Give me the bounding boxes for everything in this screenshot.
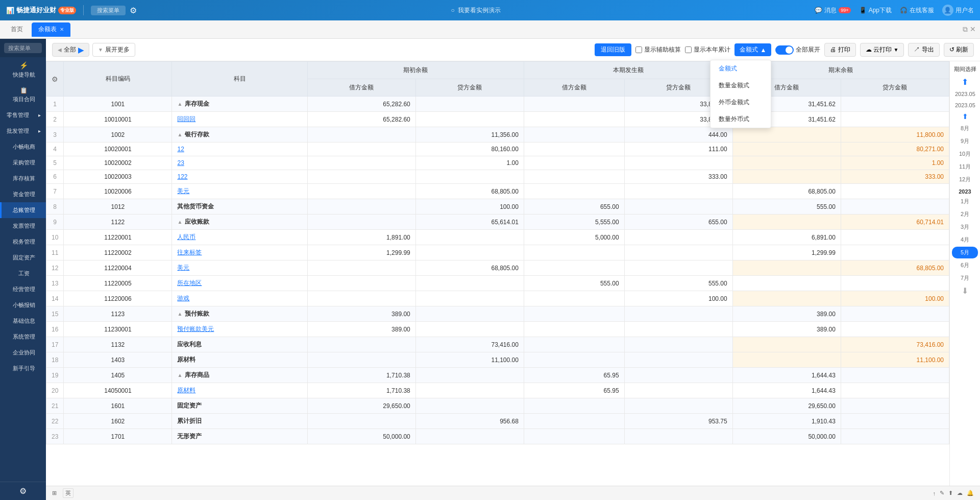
demo-label[interactable]: 我要看实例演示 bbox=[458, 6, 501, 15]
expand-all-switch[interactable] bbox=[775, 45, 794, 55]
mode-foreign-amount[interactable]: 外币金额式 bbox=[710, 94, 771, 111]
print-button[interactable]: 🖨 打印 bbox=[824, 43, 855, 57]
sidebar-item-capital[interactable]: 资金管理 bbox=[0, 186, 46, 202]
account-name-cell[interactable]: 原材料 bbox=[172, 383, 307, 398]
sidebar-item-cooperation[interactable]: 企业协同 bbox=[0, 345, 46, 361]
sidebar-item-invoice[interactable]: 发票管理 bbox=[0, 218, 46, 234]
status-lang[interactable]: 英 bbox=[63, 488, 74, 498]
subsidiary-checkbox[interactable] bbox=[635, 46, 642, 53]
period-8[interactable]: 8月 bbox=[952, 123, 978, 134]
period-5-current[interactable]: 5月 bbox=[952, 247, 978, 258]
account-link[interactable]: 原材料 bbox=[177, 387, 195, 394]
sidebar-item-purchase[interactable]: 采购管理 bbox=[0, 155, 46, 171]
account-link[interactable]: 美元 bbox=[177, 264, 189, 271]
period-2023-05-curr[interactable]: 2023.05 bbox=[952, 100, 978, 110]
user-item[interactable]: 👤 用户名 bbox=[942, 5, 974, 16]
period-2023-05-prev[interactable]: 2023.05 bbox=[952, 89, 978, 99]
sidebar-item-inventory[interactable]: 库存核算 bbox=[0, 171, 46, 186]
status-icon-arrow[interactable]: ↑ bbox=[933, 490, 936, 496]
account-name-cell[interactable]: 预付账款美元 bbox=[172, 322, 307, 337]
sidebar-item-ecommerce[interactable]: 小畅电商 bbox=[0, 139, 46, 155]
restore-icon[interactable]: ⧉ bbox=[963, 25, 968, 34]
period-12[interactable]: 12月 bbox=[952, 174, 978, 185]
sidebar-item-salary[interactable]: 工资 bbox=[0, 266, 46, 281]
status-icon-cloud[interactable]: ☁ bbox=[957, 490, 963, 496]
account-link[interactable]: 游戏 bbox=[177, 295, 189, 302]
period-1[interactable]: 1月 bbox=[952, 196, 978, 207]
refresh-button[interactable]: ↺ 刷新 bbox=[944, 43, 974, 57]
settings-icon-top[interactable]: ⚙ bbox=[130, 6, 137, 15]
notification-item[interactable]: 💬 消息 99+ bbox=[815, 6, 850, 15]
expand-row-icon[interactable]: ▲ bbox=[177, 311, 184, 317]
search-bar-placeholder[interactable]: 搜索菜单 bbox=[91, 6, 126, 15]
column-settings-icon[interactable]: ⚙ bbox=[52, 75, 58, 83]
tab-balance[interactable]: 余额表 ✕ bbox=[32, 22, 70, 37]
status-icon-notify[interactable]: 🔔 bbox=[967, 490, 974, 496]
mode-qty-amount[interactable]: 数量金额式 bbox=[710, 77, 771, 94]
mode-amount[interactable]: 金额式 bbox=[710, 60, 771, 77]
period-11[interactable]: 11月 bbox=[952, 161, 978, 173]
account-link[interactable]: 美元 bbox=[177, 187, 189, 195]
sidebar-item-system[interactable]: 系统管理 bbox=[0, 329, 46, 345]
expand-button[interactable]: ▼ 展开更多 bbox=[92, 43, 135, 57]
period-2[interactable]: 2月 bbox=[952, 208, 978, 220]
account-name-cell[interactable]: 23 bbox=[172, 156, 307, 170]
period-up2-arrow[interactable]: ⬆ bbox=[961, 111, 969, 122]
export-button[interactable]: ↗ 导出 bbox=[908, 43, 939, 57]
download-item[interactable]: 📱 App下载 bbox=[859, 6, 892, 15]
expand-row-icon[interactable]: ▲ bbox=[177, 132, 184, 137]
account-name-cell[interactable]: 回回回 bbox=[172, 112, 307, 127]
account-link[interactable]: 预付账款美元 bbox=[177, 325, 214, 332]
account-name-cell[interactable]: 往来标签 bbox=[172, 245, 307, 260]
sidebar-item-business[interactable]: 经营管理 bbox=[0, 281, 46, 297]
show-subsidiary-check[interactable]: 显示辅助核算 bbox=[635, 45, 681, 54]
tab-close-icon[interactable]: ✕ bbox=[60, 27, 64, 32]
period-down-arrow[interactable]: ⬇ bbox=[961, 285, 969, 297]
search-input[interactable] bbox=[4, 43, 42, 53]
account-name-cell[interactable]: 122 bbox=[172, 170, 307, 184]
sidebar-item-retail[interactable]: 零售管理 ▸ bbox=[0, 107, 46, 123]
period-6[interactable]: 6月 bbox=[952, 259, 978, 271]
expand-row-icon[interactable]: ▲ bbox=[177, 101, 184, 107]
amount-mode-button[interactable]: 金额式 ▲ bbox=[734, 43, 771, 56]
period-7[interactable]: 7月 bbox=[952, 272, 978, 284]
status-icon-1[interactable]: ⊞ bbox=[52, 490, 57, 496]
sidebar-item-project[interactable]: 📋 项目合同 bbox=[0, 83, 46, 107]
account-name-cell[interactable]: 人民币 bbox=[172, 230, 307, 245]
account-name-cell[interactable]: 所在地区 bbox=[172, 276, 307, 291]
account-name-cell[interactable]: 美元 bbox=[172, 184, 307, 199]
sidebar-item-wholesale[interactable]: 批发管理 ▸ bbox=[0, 123, 46, 139]
account-link[interactable]: 往来标签 bbox=[177, 249, 202, 256]
close-all-icon[interactable]: ✕ bbox=[970, 25, 976, 34]
status-icon-edit[interactable]: ✎ bbox=[940, 490, 944, 496]
cloud-print-button[interactable]: ☁ 云打印 ▼ bbox=[860, 43, 904, 57]
period-3[interactable]: 3月 bbox=[952, 221, 978, 233]
sidebar-item-tax[interactable]: 税务管理 bbox=[0, 234, 46, 250]
period-up-arrow[interactable]: ⬆ bbox=[961, 76, 969, 88]
service-item[interactable]: 🎧 在线客服 bbox=[900, 6, 934, 15]
expand-row-icon[interactable]: ▲ bbox=[177, 372, 184, 378]
sidebar-item-quick-nav[interactable]: ⚡ 快捷导航 bbox=[0, 57, 46, 83]
account-name-cell[interactable]: 游戏 bbox=[172, 291, 307, 306]
all-button[interactable]: ◀ 全部 ▶ bbox=[52, 43, 89, 57]
account-link[interactable]: 122 bbox=[177, 173, 187, 180]
sidebar-item-sales[interactable]: 小畅报销 bbox=[0, 297, 46, 313]
yearly-checkbox[interactable] bbox=[685, 46, 692, 53]
return-journal-button[interactable]: 退回旧版 bbox=[595, 43, 631, 56]
sidebar-item-general-ledger[interactable]: 总账管理 bbox=[0, 202, 46, 218]
tab-home[interactable]: 首页 bbox=[4, 22, 30, 37]
sidebar-item-basic-info[interactable]: 基础信息 bbox=[0, 313, 46, 329]
account-name-cell[interactable]: 美元 bbox=[172, 260, 307, 276]
sidebar-settings-icon[interactable]: ⚙ bbox=[19, 486, 27, 496]
period-10[interactable]: 10月 bbox=[952, 148, 978, 160]
account-link[interactable]: 所在地区 bbox=[177, 279, 202, 287]
account-link[interactable]: 人民币 bbox=[177, 233, 195, 241]
account-name-cell[interactable]: 12 bbox=[172, 142, 307, 156]
period-9[interactable]: 9月 bbox=[952, 135, 978, 147]
account-link[interactable]: 23 bbox=[177, 159, 184, 166]
account-link[interactable]: 回回回 bbox=[177, 115, 195, 123]
sidebar-item-guide[interactable]: 新手引导 bbox=[0, 361, 46, 376]
period-4[interactable]: 4月 bbox=[952, 234, 978, 246]
show-yearly-check[interactable]: 显示本年累计 bbox=[685, 45, 730, 54]
sidebar-item-fixed-assets[interactable]: 固定资产 bbox=[0, 250, 46, 266]
